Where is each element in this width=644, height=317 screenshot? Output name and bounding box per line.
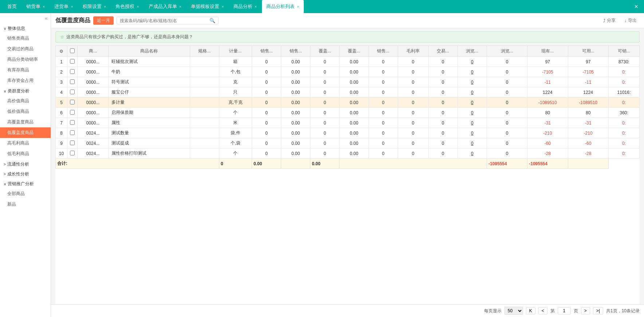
col-header-cover1[interactable]: 覆盖... [310, 46, 339, 57]
sidebar-item-库存资金占用[interactable]: 库存资金占用 [0, 75, 51, 86]
row-checkbox-input[interactable] [70, 100, 75, 104]
row-checkbox-input[interactable] [70, 59, 75, 64]
row-checkbox[interactable] [67, 87, 78, 98]
sidebar-item-高覆盖度商品[interactable]: 高覆盖度商品 [0, 117, 51, 127]
row-checkbox-input[interactable] [70, 90, 75, 94]
row-checkbox[interactable] [67, 148, 78, 159]
col-header-browse1[interactable]: 浏览... [458, 46, 487, 57]
next-page-button[interactable]: > [581, 307, 590, 314]
close-tab-icon[interactable]: × [71, 4, 73, 9]
share-button[interactable]: ⤴ 分享 [600, 16, 619, 25]
current-page-input[interactable] [558, 307, 571, 314]
row-checkbox[interactable] [67, 57, 78, 67]
row-checkbox-input[interactable] [70, 151, 75, 155]
col-header-trade[interactable]: 交易... [428, 46, 458, 57]
sidebar-item-商品分类动销率[interactable]: 商品分类动销率 [0, 54, 51, 65]
row-checkbox[interactable] [67, 138, 78, 148]
col-header-gross_margin[interactable]: 毛利率 [398, 46, 428, 57]
close-tab-icon[interactable]: × [137, 4, 139, 9]
first-page-button[interactable]: K [526, 307, 535, 314]
per-page-select[interactable]: 50 100 200 [504, 307, 523, 315]
last-page-button[interactable]: >| [593, 307, 603, 314]
col-header-cover2[interactable]: 覆盖... [339, 46, 369, 57]
sidebar-item-交易过的商品[interactable]: 交易过的商品 [0, 44, 51, 54]
close-tab-icon[interactable]: × [255, 4, 257, 9]
search-input[interactable] [120, 18, 209, 23]
col-header-sellable[interactable]: 可销... [608, 46, 639, 57]
topnav-item-权限设置[interactable]: 权限设置× [78, 0, 110, 13]
col-header-name[interactable]: 商品名称 [109, 46, 190, 57]
prev-page-button[interactable]: < [538, 307, 547, 314]
topnav-item-首页[interactable]: 首页 [3, 0, 21, 13]
browse-link[interactable]: 0 [471, 141, 474, 146]
sidebar-item-高价值商品[interactable]: 高价值商品 [0, 96, 51, 106]
topnav-item-商品分析列表[interactable]: 商品分析列表× [262, 0, 303, 13]
browse-link[interactable]: 0 [471, 120, 474, 126]
row-checkbox[interactable] [67, 128, 78, 138]
row-checkbox[interactable] [67, 98, 78, 108]
close-tab-icon[interactable]: × [179, 4, 181, 9]
topnav-item-角色授权[interactable]: 角色授权× [111, 0, 143, 13]
row-spec [190, 77, 219, 87]
window-close-button[interactable]: × [631, 3, 641, 11]
row-checkbox[interactable] [67, 108, 78, 118]
browse-link[interactable]: 0 [471, 131, 474, 136]
row-checkbox[interactable] [67, 77, 78, 87]
sidebar-group-营销推广分析[interactable]: ∨营销推广分析 [0, 179, 51, 189]
browse-link[interactable]: 0 [471, 90, 474, 95]
col-header-current_stock[interactable]: 现有... [527, 46, 568, 57]
sidebar-item-高毛利商品[interactable]: 高毛利商品 [0, 138, 51, 148]
col-header-settings[interactable]: ⚙ [56, 46, 67, 57]
sidebar-item-新品[interactable]: 新品 [0, 199, 51, 210]
row-checkbox-input[interactable] [70, 79, 75, 84]
browse-link[interactable]: 0 [471, 59, 474, 64]
row-trade: 0 [428, 108, 458, 118]
col-header-spec[interactable]: 规格... [190, 46, 219, 57]
period-button[interactable]: 近一月 [93, 16, 114, 25]
row-spec [190, 148, 219, 159]
topnav-item-单据模板设置[interactable]: 单据模板设置× [186, 0, 228, 13]
row-sales-amt: 0.00 [281, 148, 310, 159]
sidebar-item-低覆盖度商品[interactable]: 低覆盖度商品 [0, 127, 51, 138]
row-checkbox-input[interactable] [70, 140, 75, 145]
sidebar-item-全部商品[interactable]: 全部商品 [0, 189, 51, 199]
sidebar-collapse-button[interactable]: « [0, 13, 51, 23]
col-header-sales3[interactable]: 销售... [369, 46, 398, 57]
browse-link[interactable]: 0 [471, 70, 474, 75]
sidebar-item-低毛利商品[interactable]: 低毛利商品 [0, 148, 51, 159]
close-tab-icon[interactable]: × [43, 4, 45, 9]
topnav-item-产成品入库单[interactable]: 产成品入库单× [144, 0, 186, 13]
col-header-browse2[interactable]: 浏览... [487, 46, 527, 57]
sidebar-group-类群度分析[interactable]: ∨类群度分析 [0, 86, 51, 96]
sidebar-item-低价值商品[interactable]: 低价值商品 [0, 106, 51, 117]
browse-link[interactable]: 0 [471, 110, 474, 115]
row-checkbox-input[interactable] [70, 130, 75, 135]
export-button[interactable]: ↓ 导出 [621, 16, 640, 25]
col-header-unit[interactable]: 计量... [219, 46, 252, 57]
row-checkbox-input[interactable] [70, 69, 75, 74]
close-tab-icon[interactable]: × [297, 4, 299, 9]
col-header-sales_amt[interactable]: 销售... [281, 46, 310, 57]
select-all-checkbox[interactable] [70, 48, 75, 53]
row-checkbox-input[interactable] [70, 110, 75, 115]
row-checkbox-input[interactable] [70, 120, 75, 125]
row-checkbox[interactable] [67, 118, 78, 128]
browse-link[interactable]: 0 [471, 151, 474, 156]
col-header-sales_qty[interactable]: 销售... [252, 46, 281, 57]
sidebar-item-有库存商品[interactable]: 有库存商品 [0, 65, 51, 75]
topnav-item-商品分析[interactable]: 商品分析× [229, 0, 261, 13]
close-tab-icon[interactable]: × [221, 4, 224, 9]
sidebar-item-销售类商品[interactable]: 销售类商品 [0, 33, 51, 44]
row-checkbox[interactable] [67, 67, 78, 77]
close-tab-icon[interactable]: × [104, 4, 106, 9]
topnav-item-销货单[interactable]: 销货单× [22, 0, 49, 13]
browse-link[interactable]: 0 [471, 100, 474, 105]
col-header-available[interactable]: 可用... [568, 46, 608, 57]
col-header-code[interactable]: 商... [78, 46, 109, 57]
sidebar-group-整体信息[interactable]: ∨整体信息 [0, 23, 51, 33]
sidebar-group-成长性分析[interactable]: >成长性分析 [0, 169, 51, 179]
topnav-item-进货单[interactable]: 进货单× [50, 0, 77, 13]
sidebar-group-流通性分析[interactable]: >流通性分析 [0, 159, 51, 169]
col-header-checkbox[interactable] [67, 46, 78, 57]
browse-link[interactable]: 0 [471, 80, 474, 85]
